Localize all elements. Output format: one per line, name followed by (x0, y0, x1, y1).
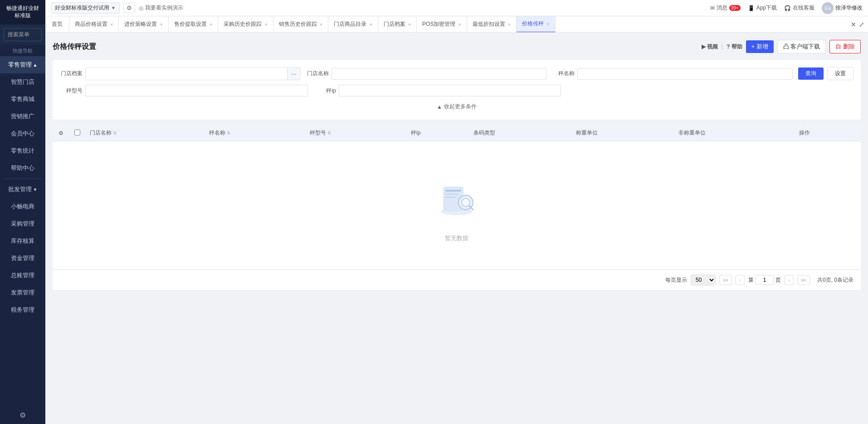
message-badge: 99+ (729, 5, 741, 11)
tab-purchase-strategy-close[interactable]: × (160, 22, 162, 27)
sidebar-item-tax[interactable]: 税务管理 (0, 301, 45, 318)
store-file-dots-button[interactable]: ··· (287, 68, 300, 80)
sort-icon-scale-name[interactable]: ⇅ (227, 130, 230, 135)
tab-purchase-history[interactable]: 采购历史价跟踪 × (218, 16, 273, 33)
sort-icon-store-name[interactable]: ⇅ (113, 130, 117, 135)
online-service-label: 在线客服 (793, 4, 814, 12)
tab-store-catalog[interactable]: 门店商品目录 × (328, 16, 378, 33)
select-all-checkbox[interactable] (74, 130, 80, 135)
page-number-input[interactable] (756, 275, 774, 285)
sidebar-item-retail[interactable]: 零售管理 ▲ (0, 56, 45, 73)
sidebar-item-purchase[interactable]: 采购管理 (0, 215, 45, 232)
tab-home[interactable]: 首页 (45, 16, 69, 33)
empty-state: 暂无数据 (53, 141, 861, 270)
delete-button[interactable]: 自 删除 (829, 40, 861, 53)
client-download-button[interactable]: 凸 客户端下载 (777, 40, 826, 53)
tab-pos-manage[interactable]: POS加密管理 × (417, 16, 467, 33)
first-page-button[interactable]: ⏮ (719, 275, 732, 285)
tab-sale-extract-close[interactable]: × (210, 22, 212, 27)
sidebar-item-wisdom-label: 智慧门店 (11, 78, 34, 85)
sidebar-item-help-label: 帮助中心 (11, 164, 34, 171)
sidebar-item-batch-label: 批发管理 (8, 185, 32, 193)
scale-name-input[interactable] (577, 68, 793, 80)
sort-icon-scale-model[interactable]: ⇅ (327, 130, 331, 135)
store-name-input[interactable] (332, 68, 547, 80)
tabbar-maximize-button[interactable]: ⤢ (859, 21, 864, 28)
last-page-button[interactable]: ⏭ (797, 275, 810, 285)
sidebar-gear-button[interactable]: ⚙ (20, 411, 26, 419)
th-scale-model: 秤型号 ⇅ (305, 125, 406, 141)
tab-price-setting-close[interactable]: × (110, 22, 113, 27)
topbar-setting-button[interactable]: ⚙ (123, 3, 135, 13)
tab-store-catalog-close[interactable]: × (369, 22, 372, 27)
sidebar-item-finance[interactable]: 资金管理 (0, 250, 45, 267)
table-gear-icon[interactable]: ⚙ (59, 130, 63, 136)
th-barcode-type-label: 条码类型 (473, 130, 495, 136)
topbar-right: ✉ 消息 99+ 📱 App下载 🎧 在线客服 Ea 徐泽华修改 (710, 2, 863, 14)
sidebar-item-online[interactable]: 零售商城 (0, 91, 45, 108)
version-selector[interactable]: 好业财标准版交付试用 ▼ (51, 2, 120, 14)
th-operation: 操作 (795, 125, 861, 141)
help-link-text: 帮助 (731, 43, 742, 51)
sidebar-item-wisdom[interactable]: 智慧门店 (0, 73, 45, 91)
tab-min-discount[interactable]: 最低折扣设置 × (467, 16, 517, 33)
topbar-demo-link[interactable]: ◎ 我要看实例演示 (139, 4, 183, 12)
sidebar-item-tax-label: 税务管理 (11, 306, 34, 313)
page-size-select[interactable]: 10 20 50 100 (691, 275, 716, 285)
tab-price-scale-close[interactable]: × (546, 21, 549, 27)
tab-min-discount-close[interactable]: × (508, 22, 511, 27)
search-row-2: 秤型号 秤ip (60, 85, 853, 96)
video-link[interactable]: ▶ 视频 (702, 43, 718, 51)
tab-price-setting-label: 商品价格设置 (75, 20, 107, 28)
tab-sale-history[interactable]: 销售历史价跟踪 × (273, 16, 328, 33)
tab-store-file[interactable]: 门店档案 × (378, 16, 417, 33)
prev-page-button[interactable]: ‹ (736, 275, 745, 285)
topbar-app-download[interactable]: 📱 App下载 (748, 4, 777, 12)
tab-store-catalog-label: 门店商品目录 (334, 20, 366, 28)
tab-store-file-close[interactable]: × (408, 22, 411, 27)
collapse-row: ▲ 收起更多条件 (60, 101, 853, 112)
sidebar-item-online-label: 零售商城 (11, 96, 34, 102)
set-button[interactable]: 设置 (827, 67, 853, 80)
search-button[interactable]: 查询 (798, 67, 824, 80)
th-gear: ⚙ (53, 125, 69, 141)
per-page-label: 每页显示 (665, 276, 687, 284)
scale-model-label: 秤型号 (60, 87, 83, 95)
help-link[interactable]: ? 帮助 (727, 43, 742, 51)
sidebar-item-inventory[interactable]: 库存核算 (0, 232, 45, 250)
sidebar-item-ecom-label: 小畅电商 (11, 203, 34, 210)
sidebar-item-ecom[interactable]: 小畅电商 (0, 198, 45, 215)
sidebar-item-invoice[interactable]: 发票管理 (0, 284, 45, 301)
logo-text: 畅捷通好业财 标准版 (6, 5, 39, 19)
page-title: 价格传秤设置 (53, 42, 96, 52)
sidebar-item-marketing[interactable]: 营销推广 (0, 108, 45, 125)
tabbar-close-button[interactable]: ✕ (851, 21, 856, 28)
tab-pos-manage-close[interactable]: × (458, 22, 461, 27)
tab-price-setting[interactable]: 商品价格设置 × (69, 16, 119, 33)
add-button[interactable]: + 新增 (746, 40, 774, 53)
sidebar-item-help[interactable]: 帮助中心 (0, 159, 45, 177)
sidebar-item-ledger[interactable]: 总账管理 (0, 267, 45, 284)
scale-name-field: 秤名称 (552, 68, 793, 80)
topbar-online-service[interactable]: 🎧 在线客服 (784, 4, 814, 12)
pagination: 每页显示 10 20 50 100 ⏮ ‹ 算 页 › ⏭ 共0页, 0条记录 (53, 270, 861, 290)
tab-price-scale[interactable]: 价格传秤 × (517, 16, 555, 33)
tab-purchase-history-close[interactable]: × (264, 22, 267, 27)
topbar-message[interactable]: ✉ 消息 99+ (710, 4, 741, 12)
search-menu-button[interactable]: 搜索菜单 (4, 28, 42, 41)
phone-icon: 📱 (748, 5, 755, 11)
collapse-up-icon: ▲ (437, 104, 442, 110)
store-file-input[interactable] (86, 68, 287, 79)
scale-model-input[interactable] (85, 85, 308, 96)
tab-sale-extract[interactable]: 售价提取设置 × (169, 16, 218, 33)
tab-purchase-strategy-label: 进价策略设置 (124, 20, 157, 28)
sidebar-item-batch[interactable]: 批发管理 ▼ (0, 181, 45, 198)
sidebar-item-member[interactable]: 会员中心 (0, 125, 45, 142)
scale-ip-input[interactable] (339, 85, 561, 96)
next-page-button[interactable]: › (785, 275, 794, 285)
collapse-button[interactable]: ▲ 收起更多条件 (437, 103, 477, 111)
tab-sale-history-close[interactable]: × (320, 22, 322, 27)
sidebar-item-stats[interactable]: 零售统计 (0, 142, 45, 159)
tab-purchase-strategy[interactable]: 进价策略设置 × (119, 16, 168, 33)
topbar-user-info[interactable]: Ea 徐泽华修改 (822, 2, 863, 14)
